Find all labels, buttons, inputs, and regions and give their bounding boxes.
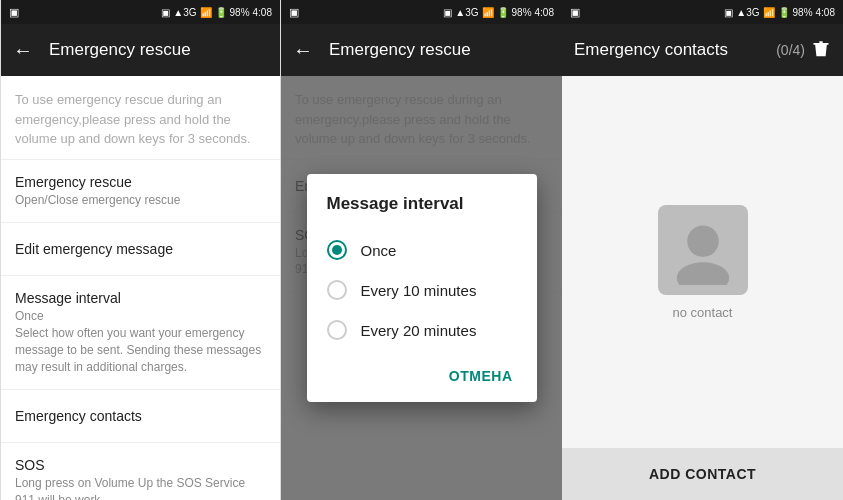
contacts-header-right: (0/4) — [776, 38, 831, 63]
panel-emergency-rescue-2: ▣ ▣ ▲3G 📶 🔋 98% 4:08 ← Emergency rescue … — [281, 0, 562, 500]
back-button-1[interactable]: ← — [13, 39, 33, 62]
description-text-1: To use emergency rescue during an emerge… — [1, 76, 280, 160]
status-bar-3: ▣ ▣ ▲3G 📶 🔋 98% 4:08 — [562, 0, 843, 24]
modal-actions: OTMEHA — [307, 350, 537, 394]
wifi-icon: 📶 — [200, 7, 212, 18]
network-icon-2: ▲3G — [455, 7, 478, 18]
cancel-button[interactable]: OTMEHA — [441, 362, 521, 390]
modal-overlay: Message interval Once Every 10 minutes E… — [281, 76, 562, 500]
panel-contacts: ▣ ▣ ▲3G 📶 🔋 98% 4:08 Emergency contacts … — [562, 0, 843, 500]
sim-icon: ▣ — [161, 7, 170, 18]
message-interval-sub1: Once — [15, 308, 266, 325]
message-interval-modal: Message interval Once Every 10 minutes E… — [307, 174, 537, 402]
time-display: 4:08 — [253, 7, 272, 18]
radio-label-once: Once — [361, 242, 397, 259]
wifi-icon-3: 📶 — [763, 7, 775, 18]
time-display-3: 4:08 — [816, 7, 835, 18]
modal-title: Message interval — [307, 194, 537, 230]
radio-circle-10min — [327, 280, 347, 300]
contacts-top-bar: Emergency contacts (0/4) — [562, 24, 843, 76]
emergency-rescue-sub: Open/Close emergency rescue — [15, 192, 266, 209]
network-icon-3: ▲3G — [736, 7, 759, 18]
panel-emergency-rescue-1: ▣ ▣ ▲3G 📶 🔋 98% 4:08 ← Emergency rescue … — [0, 0, 281, 500]
battery-icon-3: 🔋 — [778, 7, 790, 18]
edit-message-row[interactable]: Edit emergency message — [1, 223, 280, 276]
battery-icon: 🔋 — [215, 7, 227, 18]
time-display-2: 4:08 — [535, 7, 554, 18]
sim-icon-2: ▣ — [443, 7, 452, 18]
status-bar-1: ▣ ▣ ▲3G 📶 🔋 98% 4:08 — [1, 0, 280, 24]
battery-percent-3: 98% — [793, 7, 813, 18]
sos-row[interactable]: SOS Long press on Volume Up the SOS Serv… — [1, 443, 280, 500]
status-icons-3: ▣ ▲3G 📶 🔋 98% 4:08 — [724, 7, 835, 18]
trash-icon[interactable] — [811, 38, 831, 63]
contacts-title: Emergency contacts — [574, 40, 728, 60]
message-interval-title: Message interval — [15, 290, 266, 306]
status-notification-icon-3: ▣ — [570, 6, 580, 19]
top-bar-2: ← Emergency rescue — [281, 24, 562, 76]
panel2-background: To use emergency rescue during an emerge… — [281, 76, 562, 500]
sos-sub: Long press on Volume Up the SOS Service … — [15, 475, 266, 500]
radio-label-10min: Every 10 minutes — [361, 282, 477, 299]
wifi-icon-2: 📶 — [482, 7, 494, 18]
emergency-rescue-row[interactable]: Emergency rescue Open/Close emergency re… — [1, 160, 280, 224]
content-area-1: To use emergency rescue during an emerge… — [1, 76, 280, 500]
status-notification-icon-2: ▣ — [289, 6, 299, 19]
battery-icon-2: 🔋 — [497, 7, 509, 18]
add-contact-label: ADD CONTACT — [649, 466, 756, 482]
battery-percent: 98% — [230, 7, 250, 18]
network-icon: ▲3G — [173, 7, 196, 18]
message-interval-row[interactable]: Message interval Once Select how often y… — [1, 276, 280, 390]
add-contact-button[interactable]: ADD CONTACT — [562, 448, 843, 500]
contacts-empty-state: no contact — [562, 76, 843, 448]
emergency-rescue-title: Emergency rescue — [15, 174, 266, 190]
status-icons-1: ▣ ▲3G 📶 🔋 98% 4:08 — [161, 7, 272, 18]
no-contact-text: no contact — [673, 305, 733, 320]
svg-point-0 — [687, 225, 719, 257]
message-interval-sub2: Select how often you want your emergency… — [15, 325, 266, 375]
emergency-contacts-row[interactable]: Emergency contacts — [1, 390, 280, 443]
radio-option-20min[interactable]: Every 20 minutes — [307, 310, 537, 350]
radio-inner-once — [332, 245, 342, 255]
radio-circle-20min — [327, 320, 347, 340]
radio-option-10min[interactable]: Every 10 minutes — [307, 270, 537, 310]
radio-label-20min: Every 20 minutes — [361, 322, 477, 339]
avatar-placeholder — [658, 205, 748, 295]
top-bar-1: ← Emergency rescue — [1, 24, 280, 76]
svg-point-1 — [676, 262, 729, 285]
sim-icon-3: ▣ — [724, 7, 733, 18]
battery-percent-2: 98% — [512, 7, 532, 18]
radio-circle-once — [327, 240, 347, 260]
sos-title: SOS — [15, 457, 266, 473]
status-notification-icon: ▣ — [9, 6, 19, 19]
page-title-2: Emergency rescue — [329, 40, 471, 60]
status-icons-2: ▣ ▲3G 📶 🔋 98% 4:08 — [443, 7, 554, 18]
back-button-2[interactable]: ← — [293, 39, 313, 62]
contacts-count: (0/4) — [776, 42, 805, 58]
radio-option-once[interactable]: Once — [307, 230, 537, 270]
page-title-1: Emergency rescue — [49, 40, 191, 60]
status-bar-2: ▣ ▣ ▲3G 📶 🔋 98% 4:08 — [281, 0, 562, 24]
